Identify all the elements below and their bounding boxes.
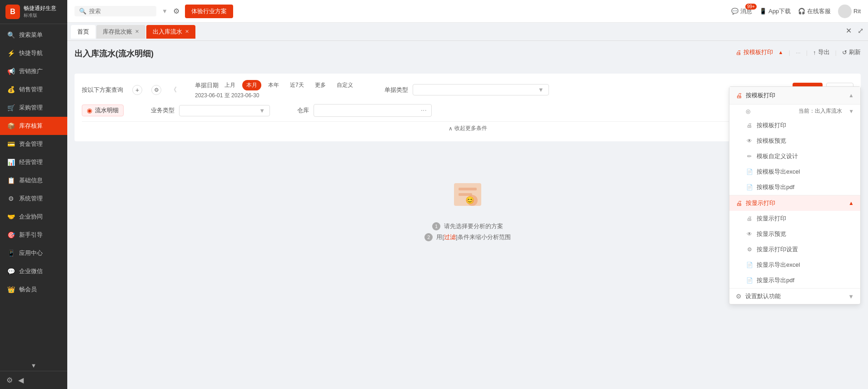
filter-add-button[interactable]: + <box>132 85 142 95</box>
sidebar-item-cooperation[interactable]: 🤝 企业协同 <box>0 208 67 226</box>
search-input[interactable] <box>89 8 144 15</box>
sidebar-item-wechat[interactable]: 💬 企业微信 <box>0 262 67 280</box>
appstore-icon: 📱 <box>6 249 15 258</box>
display-settings-icon: ⚙ <box>746 246 753 253</box>
sidebar: B 畅捷通好生意 标准版 🔍 搜索菜单 ⚡ 快捷导航 📢 营销推广 💰 <box>0 0 67 389</box>
sidebar-item-inventory[interactable]: 📦 库存核算 <box>0 117 67 135</box>
sidebar-item-sales[interactable]: 💰 销售管理 <box>0 80 67 99</box>
dropdown-display-export-excel[interactable]: 📄 按显示导出excel <box>729 257 860 273</box>
date-range-display: 2023-06-01 至 2023-06-30 <box>195 92 259 100</box>
main-area: 🔍 ▼ ⚙ 体验行业方案 💬 消息 99+ 📱 App下载 🎧 在 <box>67 0 868 389</box>
sidebar-item-search[interactable]: 🔍 搜索菜单 <box>0 26 67 44</box>
tab-inventory-flow[interactable]: 出入库流水 ✕ <box>146 25 195 39</box>
dropdown-template-export-excel[interactable]: 📄 按模板导出excel <box>729 164 860 180</box>
user-profile[interactable]: Rit <box>838 5 861 18</box>
system-icon: ⚙ <box>6 194 15 203</box>
bill-type-select[interactable]: ▼ <box>413 84 549 95</box>
dropdown-header-chevron: ▲ <box>848 92 854 99</box>
business-type-select[interactable]: ▼ <box>179 105 270 116</box>
divider3: | <box>835 49 837 56</box>
tab-home[interactable]: 首页 <box>71 25 95 39</box>
current-icon: ◎ <box>746 108 796 115</box>
dropdown-display-print[interactable]: 🖨 按显示打印 <box>729 211 860 226</box>
dropdown-current-item[interactable]: ◎ 当前：出入库流水 ▼ <box>729 105 860 118</box>
topbar: 🔍 ▼ ⚙ 体验行业方案 💬 消息 99+ 📱 App下载 🎧 在 <box>67 0 868 23</box>
divider1: | <box>788 49 790 56</box>
date-btn-last-month[interactable]: 上月 <box>220 80 239 90</box>
date-btn-more[interactable]: 更多 <box>311 80 330 90</box>
cooperation-icon: 🤝 <box>6 212 15 221</box>
topbar-gear-icon[interactable]: ⚙ <box>173 7 180 15</box>
empty-step2: 2 用[过滤]条件来缩小分析范围 <box>424 233 510 241</box>
online-service-item[interactable]: 🎧 在线客服 <box>798 7 831 15</box>
vip-icon: 👑 <box>6 285 15 294</box>
industry-btn[interactable]: 体验行业方案 <box>185 5 233 18</box>
divider2: | <box>806 49 808 56</box>
sidebar-item-guide[interactable]: 🎯 新手引导 <box>0 226 67 244</box>
refresh-button[interactable]: ↺ 刷新 <box>842 48 861 56</box>
date-btn-7days[interactable]: 近7天 <box>286 80 308 90</box>
print-dropdown-chevron[interactable]: ▲ <box>778 50 783 55</box>
sidebar-item-vip[interactable]: 👑 畅会员 <box>0 280 67 299</box>
dropdown-display-preview[interactable]: 👁 按显示预览 <box>729 226 860 242</box>
sidebar-item-finance[interactable]: 💳 资金管理 <box>0 135 67 153</box>
dropdown-footer[interactable]: ⚙ 设置默认功能 ▼ <box>729 289 860 304</box>
tabbar: 首页 库存批次账 ✕ 出入库流水 ✕ ✕ ⤢ <box>67 23 868 41</box>
app-download-item[interactable]: 📱 App下载 <box>759 7 791 15</box>
display-section-icon: 🖨 <box>736 199 742 207</box>
settings-icon[interactable]: ⚙ <box>6 376 13 384</box>
current-chevron: ▼ <box>848 108 854 115</box>
topbar-dropdown-icon[interactable]: ▼ <box>162 8 168 15</box>
warehouse-select[interactable]: ··· <box>314 104 432 117</box>
warehouse-group: 仓库 ··· <box>297 104 432 117</box>
page-content: 出入库流水(流水明细) 🖨 按模板打印 ▲ | ··· | ↑ 导出 | ↺ <box>67 41 868 389</box>
sidebar-scroll-down[interactable]: ▼ <box>0 360 67 371</box>
avatar <box>838 5 852 18</box>
sidebar-menu: 🔍 搜索菜单 ⚡ 快捷导航 📢 营销推广 💰 销售管理 🛒 采购管理 📦 <box>0 24 67 360</box>
display-pdf-icon: 📄 <box>746 277 753 284</box>
sidebar-item-marketing[interactable]: 📢 营销推广 <box>0 62 67 80</box>
display-excel-icon: 📄 <box>746 261 753 269</box>
dropdown-display-export-pdf[interactable]: 📄 按显示导出pdf <box>729 273 860 288</box>
export-button[interactable]: ↑ 导出 <box>813 48 830 56</box>
template-pdf-icon: 📄 <box>746 184 753 191</box>
dropdown-template-preview[interactable]: 👁 按模板预览 <box>729 133 860 149</box>
date-btn-this-month[interactable]: 本月 <box>242 80 261 90</box>
sidebar-item-operation[interactable]: 📊 经营管理 <box>0 153 67 171</box>
flow-detail-tag[interactable]: ◉ 流水明细 <box>82 105 124 116</box>
topbar-search-box[interactable]: 🔍 <box>75 6 156 16</box>
tabbar-expand-button[interactable]: ⤢ <box>858 26 863 35</box>
basic-icon: 📋 <box>6 176 15 185</box>
tabbar-close-button[interactable]: ✕ <box>846 26 852 35</box>
dropdown-template-print[interactable]: 🖨 按模板打印 <box>729 118 860 133</box>
date-btn-this-year[interactable]: 本年 <box>264 80 283 90</box>
sidebar-footer: ⚙ ◀ <box>0 371 67 389</box>
dropdown-footer-icon: ⚙ <box>736 293 742 300</box>
sidebar-item-system[interactable]: ⚙ 系统管理 <box>0 190 67 208</box>
filter-collapse-button[interactable]: 《 <box>170 86 177 94</box>
sidebar-item-basic[interactable]: 📋 基础信息 <box>0 171 67 190</box>
shortcut-icon: ⚡ <box>6 49 15 58</box>
flow-detail-tag-container: ◉ 流水明细 <box>82 105 124 116</box>
collapse-sidebar-icon[interactable]: ◀ <box>18 376 24 384</box>
app-icon: 📱 <box>759 8 767 15</box>
dropdown-template-export-pdf[interactable]: 📄 按模板导出pdf <box>729 180 860 195</box>
dropdown-template-custom[interactable]: ✏ 模板自定义设计 <box>729 149 860 164</box>
sidebar-item-shortcut[interactable]: ⚡ 快捷导航 <box>0 44 67 62</box>
sidebar-item-purchase[interactable]: 🛒 采购管理 <box>0 99 67 117</box>
template-excel-icon: 📄 <box>746 168 753 175</box>
date-btn-custom[interactable]: 自定义 <box>333 80 357 90</box>
print-template-button[interactable]: 🖨 按模板打印 <box>736 48 773 56</box>
message-item[interactable]: 💬 消息 99+ <box>731 7 752 15</box>
filter-settings-button[interactable]: ⚙ <box>151 85 161 95</box>
tab-close-inventory-batch[interactable]: ✕ <box>135 29 139 35</box>
page-toolbar: 🖨 按模板打印 ▲ | ··· | ↑ 导出 | ↺ 刷新 <box>736 48 861 56</box>
template-custom-icon: ✏ <box>746 153 753 160</box>
dropdown-display-print-settings[interactable]: ⚙ 按显示打印设置 <box>729 242 860 257</box>
tab-inventory-batch[interactable]: 库存批次账 ✕ <box>96 25 145 39</box>
search-icon: 🔍 <box>6 30 15 40</box>
dropdown-display-section-header[interactable]: 🖨 按显示打印 ▲ <box>729 195 860 211</box>
tab-close-inventory-flow[interactable]: ✕ <box>185 29 189 35</box>
sidebar-item-appstore[interactable]: 📱 应用中心 <box>0 244 67 262</box>
dropdown-header[interactable]: 🖨 按模板打印 ▲ <box>729 87 860 105</box>
